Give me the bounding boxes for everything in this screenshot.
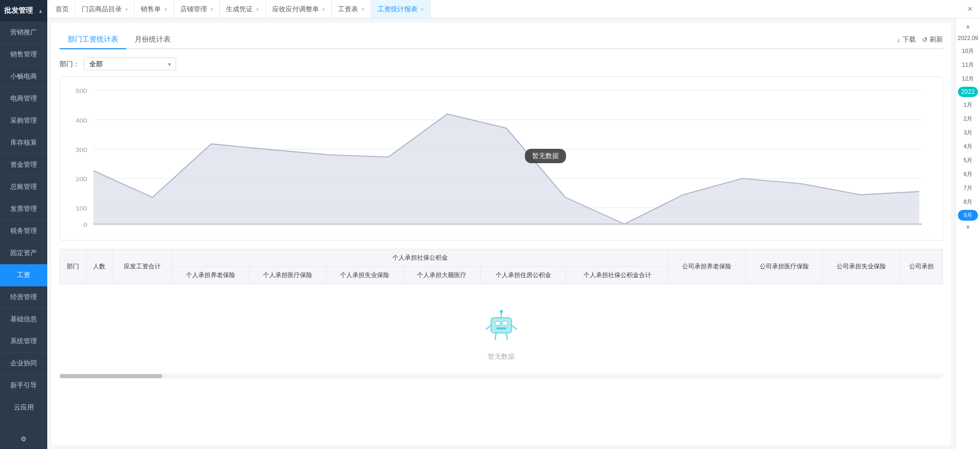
col-personal-housing: 个人承担住房公积金 bbox=[480, 267, 566, 284]
tab-门店商品目录[interactable]: 门店商品目录× bbox=[76, 0, 135, 18]
svg-marker-12 bbox=[93, 114, 919, 224]
sidebar-header[interactable]: 批发管理 ▲ bbox=[0, 0, 47, 22]
sidebar-item-税务管理[interactable]: 税务管理 bbox=[0, 220, 47, 242]
timeline-month-7月[interactable]: 7月 bbox=[956, 181, 980, 195]
tab-close-销售单[interactable]: × bbox=[164, 6, 167, 12]
sidebar-item-系统管理[interactable]: 系统管理 bbox=[0, 330, 47, 353]
bottom-scrollbar[interactable] bbox=[60, 374, 943, 379]
sidebar-item-销售管理[interactable]: 销售管理 bbox=[0, 44, 47, 66]
svg-rect-13 bbox=[491, 318, 512, 333]
right-timeline: ▲ 2022.0910月11月12月20221月2月3月4月5月6月7月8月9月… bbox=[955, 18, 980, 449]
svg-text:100: 100 bbox=[76, 205, 87, 212]
tab-label-销售单: 销售单 bbox=[141, 5, 161, 14]
chart-no-data-tooltip: 暂无数据 bbox=[525, 149, 566, 163]
timeline-down-btn[interactable]: ▼ bbox=[963, 222, 973, 233]
col-personal-social: 个人承担社保公积金 bbox=[172, 249, 668, 267]
tab-close-工资统计报表[interactable]: × bbox=[421, 6, 424, 12]
sidebar-item-营销推广[interactable]: 营销推广 bbox=[0, 22, 47, 44]
col-personal-medical: 个人承担医疗保险 bbox=[249, 267, 326, 284]
timeline-month-3月[interactable]: 3月 bbox=[956, 126, 980, 140]
table-scroll[interactable]: 部门 人数 应发工资合计 个人承担社保公积金 公司承担养老保险 公司承担医疗保险… bbox=[60, 249, 943, 379]
sidebar-item-总账管理[interactable]: 总账管理 bbox=[0, 176, 47, 198]
refresh-icon: ↺ bbox=[922, 36, 928, 44]
tab-close-应收应付调整单[interactable]: × bbox=[322, 6, 325, 12]
sidebar-item-新手引导[interactable]: 新手引导 bbox=[0, 375, 47, 397]
svg-line-21 bbox=[495, 333, 496, 340]
tab-label-门店商品目录: 门店商品目录 bbox=[82, 5, 122, 14]
tab-生成凭证[interactable]: 生成凭证× bbox=[220, 0, 266, 18]
scrollbar-thumb bbox=[60, 374, 162, 378]
tab-工资统计报表[interactable]: 工资统计报表× bbox=[371, 0, 430, 18]
timeline-month-4月[interactable]: 4月 bbox=[956, 140, 980, 153]
sidebar-item-固定资产[interactable]: 固定资产 bbox=[0, 242, 47, 264]
inner-tab-部门工资统计表[interactable]: 部门工资统计表 bbox=[60, 31, 126, 49]
svg-line-22 bbox=[506, 333, 507, 340]
sidebar-item-企业协同[interactable]: 企业协同 bbox=[0, 353, 47, 375]
empty-text: 暂无数据 bbox=[488, 352, 515, 361]
tab-close-门店商品目录[interactable]: × bbox=[125, 6, 128, 12]
tab-销售单[interactable]: 销售单× bbox=[135, 0, 174, 18]
sidebar-item-电商管理[interactable]: 电商管理 bbox=[0, 88, 47, 110]
sidebar-item-工资[interactable]: 工资 bbox=[0, 264, 47, 286]
sidebar-item-采购管理[interactable]: 采购管理 bbox=[0, 110, 47, 132]
sidebar-item-经营管理[interactable]: 经营管理 bbox=[0, 286, 47, 308]
dept-select-wrapper: 全部 bbox=[84, 57, 176, 70]
settings-icon: ⚙ bbox=[21, 435, 27, 443]
timeline-month-10月[interactable]: 10月 bbox=[956, 44, 980, 58]
timeline-month-12月[interactable]: 12月 bbox=[956, 72, 980, 86]
timeline-header[interactable]: 2022.09 bbox=[956, 32, 980, 44]
inner-tab-月份统计表[interactable]: 月份统计表 bbox=[126, 31, 179, 49]
tab-bar-close-btn[interactable]: ✕ bbox=[962, 5, 978, 13]
svg-text:0: 0 bbox=[83, 222, 87, 228]
sidebar-item-云应用[interactable]: 云应用 bbox=[0, 397, 47, 419]
chart-area: 500 400 300 200 100 0 bbox=[60, 76, 943, 241]
sidebar-item-小畅电商[interactable]: 小畅电商 bbox=[0, 66, 47, 88]
svg-text:200: 200 bbox=[76, 176, 87, 183]
col-personal-unemployment: 个人承担失业保险 bbox=[326, 267, 403, 284]
col-dept: 部门 bbox=[60, 249, 86, 284]
timeline-month-11月[interactable]: 11月 bbox=[956, 58, 980, 72]
inner-tabs: 部门工资统计表月份统计表 ↓ 下载 ↺ 刷新 bbox=[60, 31, 943, 49]
timeline-month-6月[interactable]: 6月 bbox=[956, 167, 980, 181]
timeline-month-5月[interactable]: 5月 bbox=[956, 153, 980, 167]
sidebar-item-基础信息[interactable]: 基础信息 bbox=[0, 308, 47, 330]
svg-line-20 bbox=[512, 325, 517, 329]
tab-close-工资表[interactable]: × bbox=[361, 6, 364, 12]
timeline-month-1月[interactable]: 1月 bbox=[956, 98, 980, 112]
toolbar-right: ↓ 下载 ↺ 刷新 bbox=[897, 31, 944, 48]
col-count: 人数 bbox=[86, 249, 112, 284]
timeline-current-9月[interactable]: 9月 bbox=[958, 210, 978, 221]
toolbar-left: 部门： 全部 bbox=[60, 57, 176, 70]
timeline-month-2月[interactable]: 2月 bbox=[956, 112, 980, 126]
tab-label-工资统计报表: 工资统计报表 bbox=[378, 5, 418, 14]
timeline-month-8月[interactable]: 8月 bbox=[956, 195, 980, 209]
tab-close-生成凭证[interactable]: × bbox=[256, 6, 259, 12]
page-content: 部门工资统计表月份统计表 ↓ 下载 ↺ 刷新 部门： bbox=[51, 23, 951, 445]
tab-应收应付调整单[interactable]: 应收应付调整单× bbox=[266, 0, 332, 18]
refresh-button[interactable]: ↺ 刷新 bbox=[922, 35, 943, 44]
sidebar-item-库存核算[interactable]: 库存核算 bbox=[0, 132, 47, 154]
col-personal-large-medical: 个人承担大额医疗 bbox=[403, 267, 480, 284]
tab-店铺管理[interactable]: 店铺管理× bbox=[174, 0, 220, 18]
sidebar-item-资金管理[interactable]: 资金管理 bbox=[0, 154, 47, 176]
sidebar: 批发管理 ▲ 营销推广销售管理小畅电商电商管理采购管理库存核算资金管理总账管理发… bbox=[0, 0, 47, 449]
sidebar-footer-settings[interactable]: ⚙ bbox=[0, 429, 47, 449]
download-button[interactable]: ↓ 下载 bbox=[897, 35, 916, 44]
col-company-pension: 公司承担养老保险 bbox=[668, 249, 745, 284]
sidebar-item-发票管理[interactable]: 发票管理 bbox=[0, 198, 47, 220]
svg-rect-15 bbox=[502, 321, 507, 325]
svg-point-18 bbox=[500, 310, 503, 313]
chart-svg: 500 400 300 200 100 0 bbox=[68, 85, 934, 232]
tab-工资表[interactable]: 工资表× bbox=[332, 0, 371, 18]
content-area: 部门工资统计表月份统计表 ↓ 下载 ↺ 刷新 部门： bbox=[47, 18, 980, 449]
timeline-up-btn[interactable]: ▲ bbox=[963, 21, 973, 32]
col-personal-pension: 个人承担养老保险 bbox=[172, 267, 249, 284]
tab-label-应收应付调整单: 应收应付调整单 bbox=[272, 5, 319, 14]
dept-select[interactable]: 全部 bbox=[84, 57, 176, 70]
timeline-year-2022[interactable]: 2022 bbox=[958, 87, 978, 97]
sidebar-title: 批发管理 bbox=[4, 6, 33, 15]
tab-首页[interactable]: 首页 bbox=[49, 0, 76, 18]
svg-text:500: 500 bbox=[76, 88, 87, 94]
svg-rect-14 bbox=[495, 321, 500, 325]
tab-close-店铺管理[interactable]: × bbox=[210, 6, 213, 12]
